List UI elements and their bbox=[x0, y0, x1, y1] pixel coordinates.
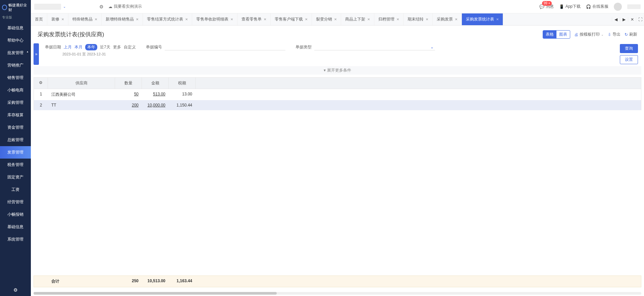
query-button[interactable]: 查询 bbox=[620, 44, 638, 53]
sidebar-item[interactable]: 基础信息 bbox=[0, 22, 31, 34]
tab[interactable]: 采购发票统计表✕ bbox=[462, 13, 503, 25]
filter-type-select[interactable]: ⌄ bbox=[314, 44, 435, 50]
cell-qty[interactable]: 50 bbox=[115, 89, 142, 100]
topbar-gear-icon[interactable]: ⚙ bbox=[99, 4, 104, 9]
table-row[interactable]: 2TT20010,000.001,150.44 bbox=[34, 100, 641, 110]
org-selector[interactable]: ⌄ bbox=[34, 4, 95, 10]
tab[interactable]: 查看零售单✕ bbox=[237, 13, 271, 25]
date-option[interactable]: 上月 bbox=[64, 44, 72, 50]
tab-label: 查看零售单 bbox=[241, 16, 262, 22]
page-title: 采购发票统计表(按供应商) bbox=[38, 31, 104, 38]
table-row[interactable]: 1江西美丽公司50513.0013.00 bbox=[34, 89, 641, 100]
sidebar-item[interactable]: 系统管理 bbox=[0, 233, 31, 246]
settings-button[interactable]: 设置 bbox=[620, 55, 638, 64]
close-icon[interactable]: ✕ bbox=[455, 17, 458, 21]
sidebar-item[interactable]: 小畅报销 bbox=[0, 208, 31, 221]
cell-tax: 1,150.44 bbox=[169, 100, 196, 110]
date-option[interactable]: 本年 bbox=[85, 44, 97, 50]
sidebar-item[interactable]: 营销推广 bbox=[0, 59, 31, 72]
filter-code-input[interactable] bbox=[165, 44, 285, 50]
tabs-close-all[interactable]: ✕ bbox=[628, 17, 636, 22]
close-icon[interactable]: ✕ bbox=[95, 17, 97, 21]
close-icon[interactable]: ✕ bbox=[185, 17, 188, 21]
close-icon[interactable]: ✕ bbox=[305, 17, 308, 21]
messages-link[interactable]: 💬 消息 99 + bbox=[539, 4, 554, 9]
tab[interactable]: 商品上下架✕ bbox=[341, 13, 374, 25]
tab[interactable]: 装修✕ bbox=[47, 13, 68, 25]
tab[interactable]: 裂变分销✕ bbox=[312, 13, 341, 25]
sidebar-item[interactable]: 总账管理 bbox=[0, 134, 31, 146]
close-icon[interactable]: ✕ bbox=[230, 17, 233, 21]
cell-amount[interactable]: 10,000.00 bbox=[142, 100, 169, 110]
close-icon[interactable]: ✕ bbox=[396, 17, 399, 21]
tab[interactable]: 采购发票✕ bbox=[433, 13, 462, 25]
close-icon[interactable]: ✕ bbox=[426, 17, 428, 21]
sidebar-item[interactable]: 发票管理 bbox=[0, 146, 31, 159]
tab-label: 零售单收款明细表 bbox=[196, 16, 228, 22]
close-icon[interactable]: ✕ bbox=[367, 17, 370, 21]
filter-collapse-handle[interactable]: » bbox=[34, 43, 39, 65]
cell-amount[interactable]: 513.00 bbox=[142, 89, 169, 100]
tabs-fullscreen[interactable]: ⛶ bbox=[636, 17, 644, 22]
sidebar-item[interactable]: 资金管理 bbox=[0, 121, 31, 134]
horizontal-scrollbar[interactable] bbox=[34, 290, 641, 295]
tabs-scroll-right[interactable]: ▶ bbox=[620, 17, 628, 22]
sidebar-item[interactable]: 小畅电商 bbox=[0, 84, 31, 96]
close-icon[interactable]: ✕ bbox=[334, 17, 337, 21]
th-tax: 税额 bbox=[169, 78, 196, 89]
avatar[interactable] bbox=[614, 3, 622, 11]
settings-gear-icon[interactable]: ⚙ bbox=[13, 287, 18, 293]
expand-filters-bar[interactable]: ▾ 展开更多条件 bbox=[34, 66, 641, 75]
tab[interactable]: 零售单收款明细表✕ bbox=[192, 13, 237, 25]
export-label: 导出 bbox=[612, 32, 621, 37]
tab[interactable]: 归档管理✕ bbox=[374, 13, 404, 25]
sidebar-item[interactable]: 帮助中心 bbox=[0, 34, 31, 47]
phone-icon: 📱 bbox=[559, 4, 564, 9]
tab-label: 采购发票 bbox=[437, 16, 453, 22]
tab-label: 首页 bbox=[35, 16, 43, 22]
demo-link[interactable]: ☁ 我要看实例演示 bbox=[108, 4, 142, 9]
tab[interactable]: 新增特殊销售品✕ bbox=[102, 13, 143, 25]
sidebar-item[interactable]: 基础信息 bbox=[0, 221, 31, 233]
view-table-btn[interactable]: 表格 bbox=[543, 31, 556, 38]
tab-label: 期末结转 bbox=[408, 16, 424, 22]
online-service-link[interactable]: 🎧 在线客服 bbox=[586, 4, 608, 9]
tabs-container: 首页装修✕特殊销售品✕新增特殊销售品✕零售结算方式统计表✕零售单收款明细表✕查看… bbox=[31, 13, 612, 25]
sidebar-item[interactable]: 税务管理 bbox=[0, 159, 31, 171]
filter-bar: » 单据日期 上月本月本年近7天更多自定义 2023-01-01 至 2023-… bbox=[31, 42, 644, 66]
sidebar-item[interactable]: 固定资产 bbox=[0, 171, 31, 183]
cell-qty[interactable]: 200 bbox=[115, 100, 142, 110]
chevron-down-icon: ⌄ bbox=[601, 33, 604, 36]
sidebar-item[interactable]: 库存核算 bbox=[0, 109, 31, 121]
sidebar-item[interactable]: 经营管理 bbox=[0, 196, 31, 208]
tab[interactable]: 期末结转✕ bbox=[404, 13, 433, 25]
close-icon[interactable]: ✕ bbox=[264, 17, 266, 21]
export-action[interactable]: ⇩ 导出 bbox=[608, 32, 621, 37]
headset-icon: 🎧 bbox=[586, 4, 591, 9]
tab[interactable]: 零售结算方式统计表✕ bbox=[143, 13, 192, 25]
close-icon[interactable]: ✕ bbox=[496, 17, 499, 21]
table-footer: 合计 250 10,513.00 1,163.44 bbox=[34, 276, 641, 287]
print-action[interactable]: 🖨 按模板打印 ⌄ bbox=[574, 32, 604, 37]
tab[interactable]: 特殊销售品✕ bbox=[68, 13, 102, 25]
sidebar-item[interactable]: 采购管理 bbox=[0, 96, 31, 109]
date-option[interactable]: 近7天 bbox=[100, 44, 110, 50]
date-option[interactable]: 更多 bbox=[113, 44, 121, 50]
sidebar-item[interactable]: 销售管理 bbox=[0, 72, 31, 84]
refresh-action[interactable]: ↻ 刷新 bbox=[625, 32, 637, 37]
close-icon[interactable]: ✕ bbox=[136, 17, 139, 21]
sidebar-item[interactable]: 批发管理 bbox=[0, 47, 31, 59]
close-icon[interactable]: ✕ bbox=[61, 17, 64, 21]
demo-label: 我要看实例演示 bbox=[114, 4, 142, 9]
date-option[interactable]: 自定义 bbox=[124, 44, 136, 50]
tab[interactable]: 首页 bbox=[31, 13, 47, 25]
cell-supplier: TT bbox=[48, 100, 115, 110]
tabs-scroll-left[interactable]: ◀ bbox=[612, 17, 620, 22]
date-option[interactable]: 本月 bbox=[74, 44, 83, 50]
view-chart-btn[interactable]: 图表 bbox=[556, 31, 570, 38]
tab-label: 特殊销售品 bbox=[72, 16, 93, 22]
sidebar-item[interactable]: 工资 bbox=[0, 183, 31, 196]
column-settings-icon[interactable]: ⚙ bbox=[34, 78, 48, 89]
app-download-link[interactable]: 📱 App下载 bbox=[559, 4, 581, 9]
tab[interactable]: 零售客户端下载✕ bbox=[271, 13, 312, 25]
